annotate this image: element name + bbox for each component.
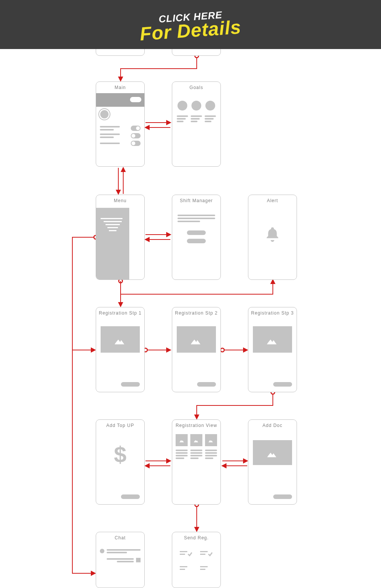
card-reg-step-1: Registration Stp 1 xyxy=(96,307,145,392)
card-shift-manager: Shift Manager xyxy=(172,195,221,280)
card-registration-view: Registration View xyxy=(172,419,221,505)
svg-rect-7 xyxy=(200,566,208,567)
svg-rect-2 xyxy=(180,554,185,555)
card-alert-title: Alert xyxy=(248,195,297,206)
card-chat: Chat xyxy=(96,532,145,588)
svg-rect-4 xyxy=(200,554,205,555)
card-add-topup: Add Top UP $ xyxy=(96,419,145,505)
dollar-icon: $ xyxy=(96,431,144,468)
svg-rect-8 xyxy=(200,569,205,570)
card-main: Main xyxy=(96,81,145,167)
bell-icon xyxy=(248,206,297,263)
toggle-icon xyxy=(131,126,141,131)
promo-banner[interactable]: CLICK HERE For Details xyxy=(0,0,381,49)
card-shift-title: Shift Manager xyxy=(172,195,220,206)
card-goals: Goals xyxy=(172,81,221,167)
list-icon xyxy=(200,565,213,573)
card-send-reg: Send Reg. xyxy=(172,532,221,588)
check-list-icon xyxy=(200,550,213,561)
card-regview-title: Registration View xyxy=(172,420,220,431)
check-list-icon xyxy=(180,550,193,561)
card-main-title: Main xyxy=(96,82,144,93)
card-reg3-title: Registration Stp 3 xyxy=(248,307,297,319)
image-placeholder-icon xyxy=(177,326,216,353)
card-alert: Alert xyxy=(248,195,297,280)
card-add-doc: Add Doc xyxy=(248,419,297,505)
svg-rect-6 xyxy=(180,569,185,570)
svg-rect-3 xyxy=(200,551,208,552)
svg-rect-5 xyxy=(180,566,187,567)
image-placeholder-icon xyxy=(176,434,188,446)
card-reg-step-3: Registration Stp 3 xyxy=(248,307,297,392)
card-adddoc-title: Add Doc xyxy=(248,420,297,431)
card-sendreg-title: Send Reg. xyxy=(172,532,220,543)
card-reg1-title: Registration Stp 1 xyxy=(96,307,144,319)
card-menu: Menu xyxy=(96,195,145,280)
card-goals-title: Goals xyxy=(172,82,220,93)
card-chat-title: Chat xyxy=(96,532,144,543)
card-menu-title: Menu xyxy=(96,195,144,206)
image-placeholder-icon xyxy=(253,440,292,465)
card-reg-step-2: Registration Stp 2 xyxy=(172,307,221,392)
list-icon xyxy=(180,565,193,573)
image-placeholder-icon xyxy=(253,326,292,353)
image-placeholder-icon xyxy=(190,434,202,446)
svg-rect-1 xyxy=(180,551,187,552)
diagram-stage: Main Goals xyxy=(0,0,381,588)
image-placeholder-icon xyxy=(205,434,217,446)
toggle-icon xyxy=(131,133,141,138)
card-topup-title: Add Top UP xyxy=(96,420,144,431)
card-reg2-title: Registration Stp 2 xyxy=(172,307,220,319)
toggle-icon xyxy=(131,141,141,146)
image-placeholder-icon xyxy=(101,326,140,353)
